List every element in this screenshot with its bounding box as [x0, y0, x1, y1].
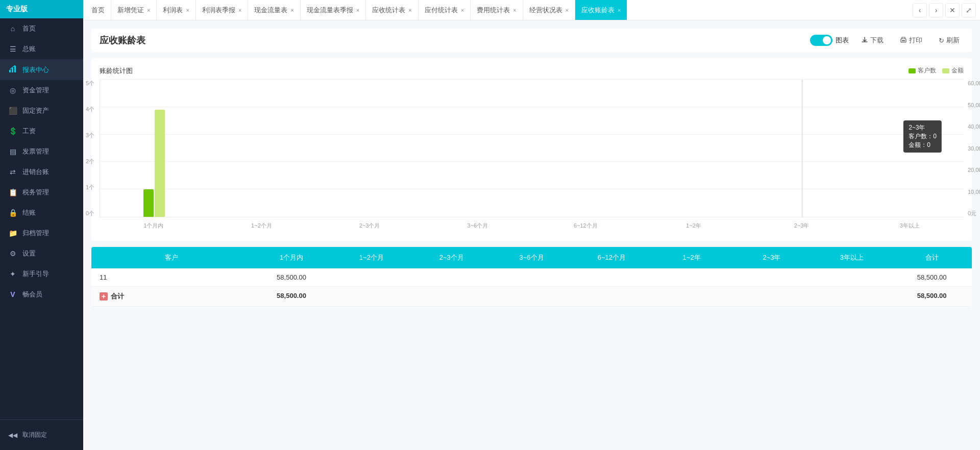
sidebar-item-guide[interactable]: ✦ 新手引导 [0, 264, 83, 284]
refresh-icon: ↻ [939, 37, 944, 44]
td-total-month36 [492, 287, 572, 306]
chart-section: 账龄统计图 客户数 金额 0个 1个 2个 3个 4个 [91, 58, 972, 241]
tab-aging-close[interactable]: × [618, 7, 621, 13]
print-label: 打印 [909, 36, 922, 45]
unpin-button[interactable]: ◀◀ 取消固定 [0, 425, 83, 445]
tab-home-label: 首页 [91, 6, 105, 15]
tab-payable-stat-close[interactable]: × [461, 7, 464, 13]
page-actions: 图表 下载 [810, 34, 964, 47]
chart-group-3 [316, 80, 424, 217]
sidebar-item-reports[interactable]: 报表中心 [0, 59, 83, 80]
td-year3plus [812, 268, 892, 286]
td-total-year3plus [812, 287, 892, 306]
tab-aging[interactable]: 应收账龄表 × [575, 0, 627, 20]
x-label-3: 2~3个月 [315, 218, 424, 233]
bar-amount-1 [155, 110, 165, 217]
tab-cashflow-quarterly-close[interactable]: × [356, 7, 359, 13]
tab-operation-close[interactable]: × [566, 7, 569, 13]
tab-cashflow-quarterly[interactable]: 现金流量表季报 × [301, 0, 366, 20]
sidebar-item-close[interactable]: 🔒 结账 [0, 203, 83, 223]
td-month23 [411, 268, 492, 286]
chart-bars [100, 80, 964, 217]
close-account-icon: 🔒 [8, 209, 17, 217]
print-button[interactable]: 打印 [896, 34, 926, 47]
sidebar-item-assets[interactable]: ⬛ 固定资产 [0, 101, 83, 121]
tab-maximize[interactable]: ⤢ [962, 3, 976, 17]
sidebar-item-archive-label: 归档管理 [22, 229, 49, 238]
tab-payable-stat[interactable]: 应付统计表 × [419, 0, 471, 20]
main-area: 首页 新增凭证 × 利润表 × 利润表季报 × 现金流量表 × 现金流量表季报 … [83, 0, 980, 450]
sidebar-item-home[interactable]: ⌂ 首页 [0, 18, 83, 39]
tab-operation[interactable]: 经营状况表 × [523, 0, 575, 20]
page-title: 应收账龄表 [100, 34, 145, 46]
sidebar-item-inout[interactable]: ⇄ 进销台账 [0, 162, 83, 182]
chart-toggle-wrap: 图表 [810, 35, 849, 46]
tab-voucher-label: 新增凭证 [117, 6, 144, 15]
tab-voucher-close[interactable]: × [147, 7, 150, 13]
tab-profit[interactable]: 利润表 × [157, 0, 195, 20]
tab-profit-quarterly-close[interactable]: × [238, 7, 241, 13]
sidebar-item-salary-label: 工资 [22, 127, 36, 136]
tab-profit-quarterly[interactable]: 利润表季报 × [196, 0, 248, 20]
sidebar-item-invoice[interactable]: ▤ 发票管理 [0, 141, 83, 162]
download-button[interactable]: 下载 [857, 34, 888, 47]
salary-icon: 💲 [8, 127, 17, 135]
tab-expense-stat-close[interactable]: × [513, 7, 516, 13]
refresh-button[interactable]: ↻ 刷新 [935, 34, 964, 47]
legend-customers-label: 客户数 [918, 66, 936, 75]
td-month1: 58,500.00 [252, 268, 332, 286]
sidebar: 专业版 ⌂ 首页 ☰ 总账 报表中心 ◎ 资金管理 ⬛ 固定资产 💲 工资 ▤ … [0, 0, 83, 450]
tab-aging-label: 应收账龄表 [581, 6, 615, 15]
tab-cashflow-label: 现金流量表 [254, 6, 287, 15]
td-total-year23 [732, 287, 812, 306]
x-label-7: 2~3年 [748, 218, 856, 233]
th-month36: 3~6个月 [492, 247, 572, 268]
chart-toggle-label: 图表 [836, 36, 849, 45]
data-table: 客户 1个月内 1~2个月 2~3个月 3~6个月 6~12个月 1~2年 2~… [91, 247, 972, 307]
legend-amount: 金额 [942, 66, 964, 75]
sidebar-item-ledger[interactable]: ☰ 总账 [0, 39, 83, 59]
tax-icon: 📋 [8, 188, 17, 196]
sidebar-item-vip[interactable]: V 畅会员 [0, 284, 83, 305]
sidebar-item-capital-label: 资金管理 [22, 86, 49, 95]
legend-amount-label: 金额 [951, 66, 964, 75]
tab-home[interactable]: 首页 [85, 0, 111, 20]
total-label-text: 合计 [111, 292, 124, 301]
tab-expense-stat[interactable]: 费用统计表 × [471, 0, 523, 20]
tab-profit-close[interactable]: × [186, 7, 189, 13]
table-row: 11 58,500.00 58,500.00 [91, 268, 972, 287]
sidebar-item-archive[interactable]: 📁 归档管理 [0, 223, 83, 243]
th-year3plus: 3年以上 [812, 247, 892, 268]
table-header: 客户 1个月内 1~2个月 2~3个月 3~6个月 6~12个月 1~2年 2~… [91, 247, 972, 268]
svg-rect-0 [9, 70, 11, 72]
sidebar-item-settings[interactable]: ⚙ 设置 [0, 243, 83, 264]
tab-receivable-stat[interactable]: 应收统计表 × [366, 0, 418, 20]
tab-close-all[interactable]: ✕ [945, 3, 960, 17]
tab-voucher[interactable]: 新增凭证 × [111, 0, 157, 20]
chart-group-8 [856, 80, 964, 217]
td-customer: 11 [91, 268, 252, 286]
chart-toggle[interactable] [810, 35, 832, 46]
tab-payable-stat-label: 应付统计表 [425, 6, 458, 15]
chart-group-2 [208, 80, 316, 217]
chart-group-4 [424, 80, 532, 217]
tab-operation-label: 经营状况表 [529, 6, 562, 15]
chart-y-right: 0元 10,000.00元 20,000.00元 30,000.00元 40,0… [965, 80, 980, 217]
sidebar-item-close-label: 结账 [22, 208, 36, 217]
sidebar-item-tax[interactable]: 📋 税务管理 [0, 182, 83, 203]
settings-icon: ⚙ [8, 249, 17, 258]
tab-scroll-left[interactable]: ‹ [913, 3, 927, 17]
sidebar-item-guide-label: 新手引导 [22, 269, 49, 279]
th-year12: 1~2年 [652, 247, 732, 268]
page-content: 应收账龄表 图表 下载 [83, 20, 980, 450]
table-total-row: 合计 58,500.00 58,500.00 [91, 287, 972, 307]
tab-cashflow-close[interactable]: × [290, 7, 293, 13]
tab-scroll-right[interactable]: › [929, 3, 943, 17]
sidebar-item-salary[interactable]: 💲 工资 [0, 121, 83, 141]
sidebar-item-inout-label: 进销台账 [22, 167, 49, 177]
chart-y-left: 0个 1个 2个 3个 4个 5个 [83, 80, 97, 217]
tab-receivable-stat-close[interactable]: × [408, 7, 411, 13]
sidebar-item-capital[interactable]: ◎ 资金管理 [0, 80, 83, 101]
sidebar-item-ledger-label: 总账 [22, 44, 36, 54]
tab-cashflow[interactable]: 现金流量表 × [248, 0, 300, 20]
